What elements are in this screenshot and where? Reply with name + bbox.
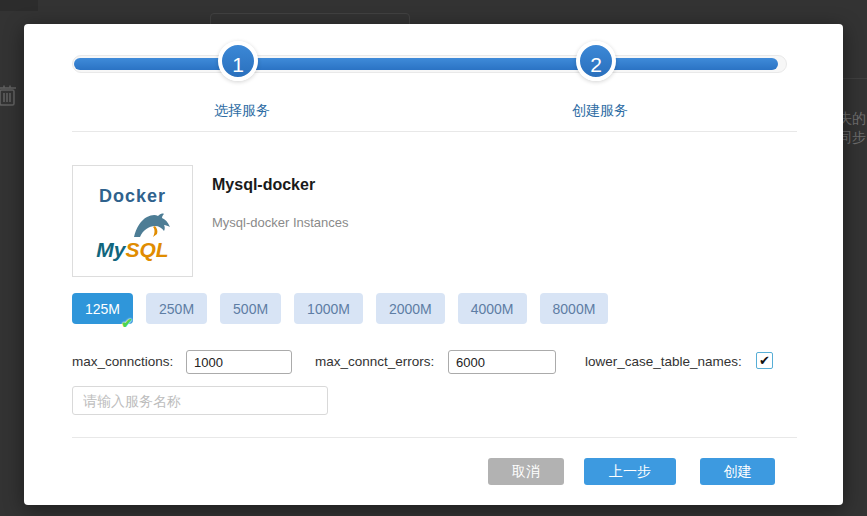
service-logo: Docker MySQL [72,165,193,277]
selected-check-icon: ✔ [121,315,133,331]
dimmed-overlay: 失的 同步 1 2 选择服务 创建服务 Docker MySQL Mysql-d… [0,0,867,516]
mysql-logo-sql: SQL [126,238,169,261]
memory-option-2000m[interactable]: 2000M [376,293,445,324]
step-2-circle[interactable]: 2 [576,41,616,81]
create-button[interactable]: 创建 [700,458,775,485]
cancel-button[interactable]: 取消 [488,458,564,485]
background-header-block [0,0,38,11]
memory-option-label: 1000M [307,301,350,317]
memory-option-8000m[interactable]: 8000M [540,293,609,324]
memory-option-label: 500M [233,301,268,317]
service-subtitle: Mysql-docker Instances [212,215,349,230]
step-1-circle[interactable]: 1 [218,41,258,81]
memory-option-125m[interactable]: 125M ✔ [72,293,133,324]
memory-options-row: 125M ✔ 250M 500M 1000M 2000M 4000M 8000M [72,293,608,324]
stepper-divider [72,131,797,132]
stepper-progress-bar [74,58,778,70]
background-divider [843,78,867,79]
service-name-input[interactable] [72,386,328,415]
docker-logo-text: Docker [73,186,192,207]
create-service-dialog: 1 2 选择服务 创建服务 Docker MySQL Mysql-docker … [24,24,843,505]
memory-option-500m[interactable]: 500M [220,293,281,324]
step-1-label: 选择服务 [192,102,292,120]
previous-step-button[interactable]: 上一步 [584,458,676,485]
lower-case-table-names-label: lower_case_table_names: [585,354,742,369]
lower-case-table-names-checkbox[interactable]: ✔ [756,352,773,369]
mysql-logo-text: MySQL [73,238,192,262]
memory-option-label: 2000M [389,301,432,317]
max-connections-input[interactable] [186,350,292,374]
max-connect-errors-label: max_connct_errors: [315,354,434,369]
memory-option-label: 125M [85,301,120,317]
memory-option-label: 250M [159,301,194,317]
trash-icon [0,83,18,111]
mysql-logo-my: My [96,238,125,261]
memory-option-label: 4000M [471,301,514,317]
footer-divider [72,437,797,438]
memory-option-label: 8000M [553,301,596,317]
max-connections-label: max_connctions: [72,354,173,369]
max-connect-errors-input[interactable] [448,350,556,374]
service-title: Mysql-docker [212,176,315,194]
memory-option-4000m[interactable]: 4000M [458,293,527,324]
memory-option-1000m[interactable]: 1000M [294,293,363,324]
step-2-label: 创建服务 [550,102,650,120]
memory-option-250m[interactable]: 250M [146,293,207,324]
